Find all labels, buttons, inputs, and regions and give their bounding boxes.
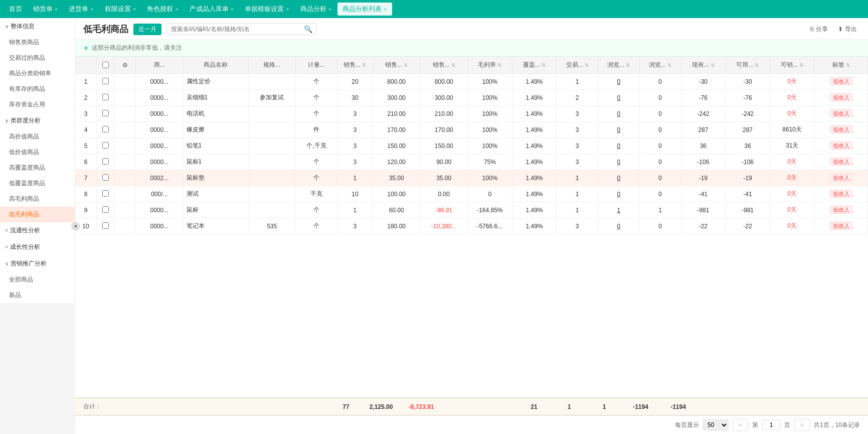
row-view1[interactable]: 0 bbox=[598, 138, 640, 154]
row-checkbox[interactable] bbox=[97, 74, 114, 90]
sort-icon-15[interactable]: ⇅ bbox=[711, 62, 715, 68]
row-checkbox[interactable] bbox=[97, 202, 114, 218]
row-view1[interactable]: 0 bbox=[598, 122, 640, 138]
sort-icon-12[interactable]: ⇅ bbox=[585, 62, 589, 68]
nav-close-4[interactable]: × bbox=[175, 6, 178, 12]
sidebar-item-4-0[interactable]: 全部商品 bbox=[0, 272, 75, 287]
nav-close-2[interactable]: × bbox=[90, 6, 93, 12]
col-header-9[interactable]: 销售...⇅ bbox=[420, 57, 468, 74]
prev-page-button[interactable]: ＜ bbox=[733, 419, 748, 431]
col-header-4[interactable]: 商品名称 bbox=[183, 57, 248, 74]
sidebar-item-1-4[interactable]: 高毛利商品 bbox=[0, 191, 75, 207]
nav-item-4[interactable]: 角色授权× bbox=[142, 3, 183, 16]
nav-item-6[interactable]: 单据模板设置× bbox=[240, 3, 294, 16]
sidebar-item-4-1[interactable]: 新品 bbox=[0, 287, 75, 303]
sidebar-item-0-1[interactable]: 交易过的商品 bbox=[0, 50, 75, 66]
sidebar-item-1-5[interactable]: 低毛利商品 bbox=[0, 207, 75, 222]
col-header-3[interactable]: 商... bbox=[136, 57, 184, 74]
col-header-6[interactable]: 计量... bbox=[296, 57, 337, 74]
sidebar-section-4[interactable]: ∨营销推广分析 bbox=[0, 255, 75, 272]
row-checkbox[interactable] bbox=[97, 154, 114, 170]
row-checkbox-input[interactable] bbox=[102, 94, 109, 100]
sort-icon-17[interactable]: ⇅ bbox=[799, 62, 803, 68]
nav-close-8[interactable]: × bbox=[384, 6, 387, 12]
nav-item-1[interactable]: 销货单× bbox=[28, 3, 63, 16]
nav-item-7[interactable]: 商品分析× bbox=[295, 3, 336, 16]
row-checkbox-input[interactable] bbox=[102, 190, 109, 197]
col-header-17[interactable]: 可销...⇅ bbox=[770, 57, 814, 74]
row-checkbox[interactable] bbox=[97, 218, 114, 234]
col-header-5[interactable]: 规格... bbox=[248, 57, 296, 74]
row-checkbox-input[interactable] bbox=[102, 222, 109, 229]
sort-icon-10[interactable]: ⇅ bbox=[497, 62, 501, 68]
row-checkbox[interactable] bbox=[97, 186, 114, 202]
row-view1[interactable]: 0 bbox=[598, 74, 640, 90]
col-header-11[interactable]: 覆盖...⇅ bbox=[512, 57, 557, 74]
row-checkbox-input[interactable] bbox=[102, 206, 109, 213]
col-header-12[interactable]: 交易...⇅ bbox=[557, 57, 598, 74]
row-view1[interactable]: 0 bbox=[598, 170, 640, 186]
next-page-button[interactable]: ＞ bbox=[794, 419, 810, 431]
row-checkbox-input[interactable] bbox=[102, 78, 109, 84]
nav-item-0[interactable]: 首页 bbox=[4, 3, 27, 16]
row-checkbox-input[interactable] bbox=[102, 142, 109, 149]
sidebar-section-2[interactable]: >流通性分析 bbox=[0, 222, 75, 239]
sidebar-section-3[interactable]: >成长性分析 bbox=[0, 239, 75, 255]
select-all-checkbox[interactable] bbox=[102, 62, 109, 68]
col-header-14[interactable]: 浏览...⇅ bbox=[639, 57, 681, 74]
sidebar-item-0-0[interactable]: 销售类商品 bbox=[0, 35, 75, 50]
col-header-13[interactable]: 浏览...⇅ bbox=[598, 57, 640, 74]
row-view1[interactable]: 0 bbox=[598, 90, 640, 106]
sort-icon-13[interactable]: ⇅ bbox=[626, 62, 630, 68]
nav-close-7[interactable]: × bbox=[328, 6, 331, 12]
col-header-7[interactable]: 销售...⇅ bbox=[337, 57, 373, 74]
sort-icon-14[interactable]: ⇅ bbox=[667, 62, 671, 68]
row-checkbox-input[interactable] bbox=[102, 126, 109, 132]
col-header-10[interactable]: 毛利率⇅ bbox=[467, 57, 512, 74]
col-header-1[interactable] bbox=[97, 57, 114, 74]
filter-button[interactable]: 近一月 bbox=[133, 24, 161, 35]
row-checkbox-input[interactable] bbox=[102, 174, 109, 181]
sidebar-item-1-0[interactable]: 高价值商品 bbox=[0, 129, 75, 144]
col-header-15[interactable]: 现有...⇅ bbox=[681, 57, 726, 74]
row-checkbox[interactable] bbox=[97, 106, 114, 122]
sort-icon-7[interactable]: ⇅ bbox=[362, 62, 366, 68]
sidebar-item-1-3[interactable]: 低覆盖度商品 bbox=[0, 176, 75, 191]
nav-item-5[interactable]: 产成品入库单× bbox=[185, 3, 239, 16]
sort-icon-16[interactable]: ⇅ bbox=[755, 62, 759, 68]
row-checkbox[interactable] bbox=[97, 122, 114, 138]
sidebar-item-1-2[interactable]: 高覆盖度商品 bbox=[0, 160, 75, 176]
sidebar-item-1-1[interactable]: 低价值商品 bbox=[0, 144, 75, 160]
col-header-16[interactable]: 可用...⇅ bbox=[726, 57, 770, 74]
page-size-select[interactable]: 50 100 bbox=[703, 419, 729, 430]
row-checkbox-input[interactable] bbox=[102, 110, 109, 116]
col-header-0[interactable] bbox=[75, 57, 97, 74]
row-checkbox[interactable] bbox=[97, 170, 114, 186]
sort-icon-11[interactable]: ⇅ bbox=[542, 62, 546, 68]
row-view1[interactable]: 1 bbox=[598, 202, 640, 218]
nav-close-5[interactable]: × bbox=[231, 6, 234, 12]
sort-icon-9[interactable]: ⇅ bbox=[451, 62, 455, 68]
sort-icon-8[interactable]: ⇅ bbox=[404, 62, 408, 68]
col-header-2[interactable]: ⚙ bbox=[114, 57, 136, 74]
col-header-8[interactable]: 销售...⇅ bbox=[373, 57, 420, 74]
sort-icon-18[interactable]: ⇅ bbox=[846, 62, 850, 68]
sidebar-item-0-2[interactable]: 商品分类助销率 bbox=[0, 66, 75, 81]
nav-close-3[interactable]: × bbox=[133, 6, 136, 12]
row-checkbox[interactable] bbox=[97, 138, 114, 154]
col-header-18[interactable]: 标签⇅ bbox=[814, 57, 868, 74]
nav-item-2[interactable]: 进货单× bbox=[64, 3, 98, 16]
page-input[interactable] bbox=[762, 420, 780, 430]
sidebar-section-1[interactable]: ∨类群度分析 bbox=[0, 112, 75, 129]
sidebar-section-0[interactable]: ∨整体信息 bbox=[0, 18, 75, 35]
nav-close-1[interactable]: × bbox=[55, 6, 58, 12]
row-view1[interactable]: 0 bbox=[598, 218, 640, 234]
row-checkbox[interactable] bbox=[97, 90, 114, 106]
sidebar-item-0-4[interactable]: 库存资金占用 bbox=[0, 97, 75, 112]
export-button[interactable]: ⬆ 导出 bbox=[835, 24, 860, 35]
row-view1[interactable]: 0 bbox=[598, 154, 640, 170]
share-button[interactable]: ⎘ 分享 bbox=[807, 24, 831, 35]
nav-close-6[interactable]: × bbox=[286, 6, 289, 12]
nav-item-3[interactable]: 权限设置× bbox=[100, 3, 141, 16]
row-view1[interactable]: 0 bbox=[598, 186, 640, 202]
